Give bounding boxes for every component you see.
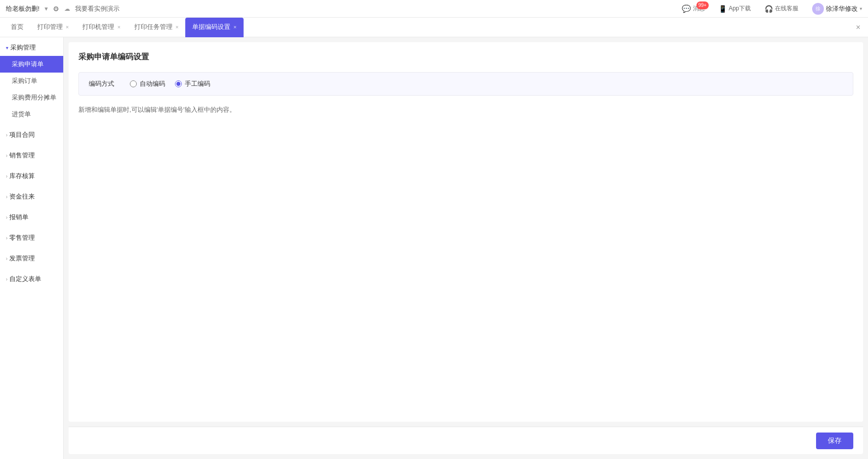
sidebar-group-capital: › 资金往来: [0, 186, 63, 207]
footer-bar: 保存: [69, 427, 863, 454]
sidebar: ▾ 采购管理 采购申请单 采购订单 采购费用分摊单 进货单 › 项目合同: [0, 37, 64, 459]
sidebar-group-project-title[interactable]: › 项目合同: [0, 127, 63, 143]
tab-print-mgmt-label: 打印管理: [37, 23, 63, 31]
global-close-btn[interactable]: ×: [848, 18, 868, 37]
encoding-section: 编码方式 自动编码 手工编码: [78, 72, 853, 96]
service-label: 在线客服: [775, 4, 798, 13]
sidebar-group-inventory-title[interactable]: › 库存核算: [0, 168, 63, 184]
top-bar-left: 给老板勿删! ▾ ⚙ ☁ 我要看实例演示: [6, 4, 120, 13]
message-btn[interactable]: 💬 消息 99+: [682, 4, 705, 13]
content-area: 采购申请单编码设置 编码方式 自动编码 手工编码: [69, 42, 863, 422]
dropdown-icon[interactable]: ▾: [45, 5, 48, 12]
page-title: 采购申请单编码设置: [78, 52, 853, 62]
message-icon: 💬: [682, 4, 691, 13]
sidebar-group-custom-title[interactable]: › 自定义表单: [0, 271, 63, 287]
sidebar-group-sales-label: 销售管理: [9, 151, 35, 160]
tab-printer-mgmt[interactable]: 打印机管理 ×: [75, 18, 127, 37]
radio-manual-label: 手工编码: [185, 79, 210, 88]
sidebar-group-invoice-title[interactable]: › 发票管理: [0, 250, 63, 267]
sidebar-item-purchase-order[interactable]: 采购订单: [0, 73, 63, 89]
top-bar: 给老板勿删! ▾ ⚙ ☁ 我要看实例演示 💬 消息 99+ 📱 App下载 🎧 …: [0, 0, 868, 18]
search-icon: ☁: [64, 5, 70, 12]
sidebar-group-invoice-label: 发票管理: [9, 254, 35, 263]
top-bar-right: 💬 消息 99+ 📱 App下载 🎧 在线客服 徐 徐泽华修改 ▾: [682, 3, 862, 15]
radio-auto[interactable]: 自动编码: [130, 79, 165, 88]
returns-arrow-icon: ›: [6, 215, 7, 220]
tab-print-mgmt-close[interactable]: ×: [66, 24, 69, 30]
app-label: App下载: [729, 4, 751, 13]
app-title: 给老板勿删!: [6, 4, 40, 13]
encoding-label: 编码方式: [89, 79, 114, 88]
app-icon: 📱: [719, 5, 727, 13]
layout: ▾ 采购管理 采购申请单 采购订单 采购费用分摊单 进货单 › 项目合同: [0, 37, 868, 459]
sidebar-group-capital-label: 资金往来: [9, 192, 35, 201]
sidebar-item-stock-in[interactable]: 进货单: [0, 106, 63, 123]
service-icon: 🎧: [765, 5, 773, 13]
online-service-btn[interactable]: 🎧 在线客服: [765, 4, 798, 13]
sidebar-group-invoice: › 发票管理: [0, 248, 63, 269]
sidebar-group-sales: › 销售管理: [0, 145, 63, 166]
sidebar-group-custom: › 自定义表单: [0, 269, 63, 289]
tab-barcode-setting-label: 单据编码设置: [192, 23, 230, 31]
sidebar-group-returns: › 报销单: [0, 207, 63, 228]
sidebar-group-returns-label: 报销单: [9, 213, 28, 222]
radio-auto-label: 自动编码: [140, 79, 165, 88]
sidebar-group-project: › 项目合同: [0, 125, 63, 145]
settings-icon[interactable]: ⚙: [53, 5, 59, 13]
project-arrow-icon: ›: [6, 132, 7, 138]
sidebar-group-capital-title[interactable]: › 资金往来: [0, 188, 63, 205]
tab-barcode-setting-close[interactable]: ×: [233, 24, 236, 30]
tab-printer-mgmt-label: 打印机管理: [82, 23, 114, 31]
user-name: 徐泽华修改: [826, 4, 858, 13]
invoice-arrow-icon: ›: [6, 256, 7, 261]
sales-arrow-icon: ›: [6, 153, 7, 158]
app-download-btn[interactable]: 📱 App下载: [719, 4, 751, 13]
radio-group: 自动编码 手工编码: [130, 79, 210, 88]
tab-print-task[interactable]: 打印任务管理 ×: [127, 18, 185, 37]
tab-print-mgmt[interactable]: 打印管理 ×: [30, 18, 75, 37]
tab-bar: 首页 打印管理 × 打印机管理 × 打印任务管理 × 单据编码设置 × ×: [0, 18, 868, 37]
sidebar-group-inventory: › 库存核算: [0, 166, 63, 186]
radio-auto-input[interactable]: [130, 80, 137, 87]
sidebar-group-retail-label: 零售管理: [9, 233, 35, 242]
sidebar-group-project-label: 项目合同: [9, 130, 35, 139]
main-content: 采购申请单编码设置 编码方式 自动编码 手工编码: [64, 37, 868, 459]
inventory-arrow-icon: ›: [6, 174, 7, 179]
sidebar-item-purchase-request[interactable]: 采购申请单: [0, 56, 63, 73]
sidebar-group-returns-title[interactable]: › 报销单: [0, 209, 63, 226]
sidebar-group-sales-title[interactable]: › 销售管理: [0, 147, 63, 164]
tab-printer-mgmt-close[interactable]: ×: [117, 24, 120, 30]
retail-arrow-icon: ›: [6, 235, 7, 241]
search-hint[interactable]: 我要看实例演示: [75, 4, 120, 13]
capital-arrow-icon: ›: [6, 194, 7, 200]
sidebar-group-purchase-title[interactable]: ▾ 采购管理: [0, 39, 63, 56]
message-badge: 99+: [696, 1, 709, 9]
user-info[interactable]: 徐 徐泽华修改 ▾: [812, 3, 862, 15]
purchase-arrow-icon: ▾: [6, 45, 8, 51]
sidebar-group-purchase-label: 采购管理: [10, 43, 36, 52]
radio-manual[interactable]: 手工编码: [175, 79, 210, 88]
sidebar-group-retail: › 零售管理: [0, 228, 63, 248]
sidebar-group-inventory-label: 库存核算: [9, 172, 35, 180]
radio-manual-input[interactable]: [175, 80, 182, 87]
sidebar-group-retail-title[interactable]: › 零售管理: [0, 230, 63, 246]
avatar: 徐: [812, 3, 824, 15]
hint-text: 新增和编辑单据时,可以编辑'单据编号'输入框中的内容。: [78, 103, 853, 116]
sidebar-item-purchase-expense[interactable]: 采购费用分摊单: [0, 89, 63, 106]
user-dropdown-icon: ▾: [860, 6, 862, 11]
sidebar-group-custom-label: 自定义表单: [9, 275, 41, 283]
custom-arrow-icon: ›: [6, 277, 7, 282]
tab-barcode-setting[interactable]: 单据编码设置 ×: [185, 18, 243, 37]
encoding-row: 编码方式 自动编码 手工编码: [89, 79, 843, 88]
tab-print-task-close[interactable]: ×: [175, 24, 178, 30]
tab-home[interactable]: 首页: [4, 18, 30, 37]
save-button[interactable]: 保存: [816, 433, 853, 449]
tab-home-label: 首页: [11, 23, 24, 31]
sidebar-group-purchase: ▾ 采购管理 采购申请单 采购订单 采购费用分摊单 进货单: [0, 37, 63, 125]
tab-print-task-label: 打印任务管理: [134, 23, 173, 31]
